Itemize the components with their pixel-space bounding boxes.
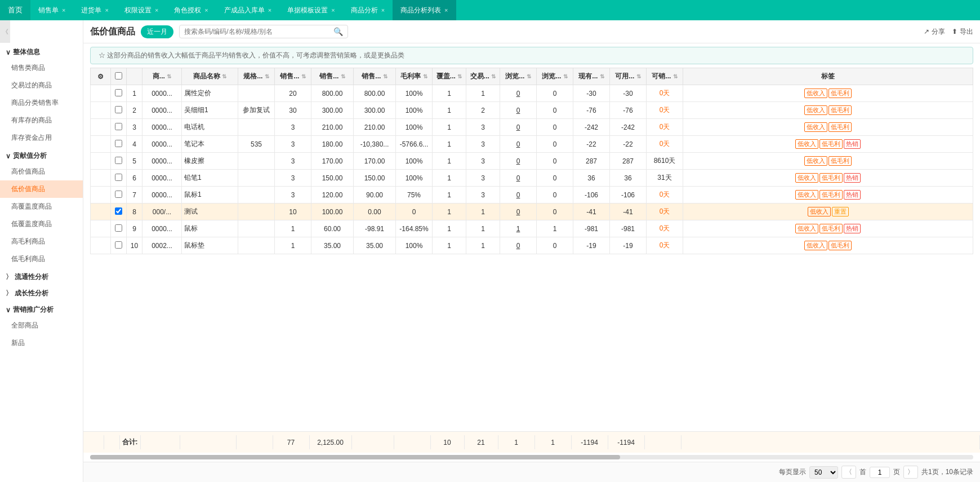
nav-template[interactable]: 单据模板设置 × <box>279 0 342 20</box>
search-icon[interactable]: 🔍 <box>333 27 343 36</box>
row-check-9[interactable] <box>111 237 127 254</box>
sidebar-item-low-margin[interactable]: 低毛利商品 <box>0 250 83 268</box>
sidebar-item-new-goods[interactable]: 新品 <box>0 334 83 352</box>
sidebar-collapse-btn[interactable]: 《 <box>0 20 10 43</box>
row-view1-2[interactable]: 0 <box>500 119 537 136</box>
horizontal-scrollbar[interactable] <box>90 455 973 459</box>
row-view1-0[interactable]: 0 <box>500 85 537 102</box>
row-view1-8[interactable]: 1 <box>500 220 537 237</box>
nav-product-analysis-list[interactable]: 商品分析列表 × <box>393 0 456 20</box>
sidebar-group-growth[interactable]: 〉 成长性分析 <box>0 284 83 300</box>
sidebar-item-sales-goods[interactable]: 销售类商品 <box>0 59 83 77</box>
sidebar-item-low-value[interactable]: 低价值商品 <box>0 180 83 198</box>
row-view1-link-0[interactable]: 0 <box>516 90 520 98</box>
row-view1-6[interactable]: 0 <box>500 187 537 204</box>
col-settings[interactable]: ⚙ <box>91 68 111 85</box>
row-view1-link-2[interactable]: 0 <box>516 123 520 131</box>
nav-purchase-close[interactable]: × <box>105 7 108 14</box>
nav-template-close[interactable]: × <box>331 7 335 14</box>
row-view1-3[interactable]: 0 <box>500 136 537 153</box>
sidebar-item-inventory-goods[interactable]: 有库存的商品 <box>0 112 83 129</box>
row-check-2[interactable] <box>111 119 127 136</box>
sidebar-item-category-rate[interactable]: 商品分类销售率 <box>0 94 83 112</box>
row-view1-5[interactable]: 0 <box>500 170 537 187</box>
sidebar-item-high-coverage[interactable]: 高覆盖度商品 <box>0 198 83 215</box>
row-check-0[interactable] <box>111 85 127 102</box>
data-table-container[interactable]: ⚙ 商... ⇅ 商品名称 ⇅ 规格... ⇅ 销售... ⇅ 销售... ⇅ … <box>83 68 980 431</box>
scrollbar-thumb[interactable] <box>90 455 620 459</box>
row-trade-7: 1 <box>466 204 500 220</box>
search-box[interactable]: 🔍 <box>179 25 348 38</box>
row-checkbox-2[interactable] <box>115 123 122 130</box>
row-code-2: 0000... <box>142 119 182 136</box>
row-checkbox-1[interactable] <box>115 106 122 113</box>
select-all-checkbox[interactable] <box>115 72 122 79</box>
search-input[interactable] <box>184 28 333 36</box>
row-checkbox-9[interactable] <box>115 241 122 249</box>
sidebar-item-high-value[interactable]: 高价值商品 <box>0 163 83 180</box>
row-checkbox-6[interactable] <box>115 191 122 198</box>
row-view1-link-6[interactable]: 0 <box>516 191 520 199</box>
row-view1-4[interactable]: 0 <box>500 153 537 170</box>
row-view1-link-3[interactable]: 0 <box>516 140 520 148</box>
row-checkbox-4[interactable] <box>115 157 122 164</box>
sidebar-item-low-coverage[interactable]: 低覆盖度商品 <box>0 215 83 233</box>
next-page-btn[interactable]: 〉 <box>903 466 918 479</box>
row-check-8[interactable] <box>111 220 127 237</box>
row-coverage-3: 1 <box>433 136 466 153</box>
row-view1-link-7[interactable]: 0 <box>516 208 520 216</box>
row-view1-9[interactable]: 0 <box>500 237 537 254</box>
nav-product-analysis-close[interactable]: × <box>381 7 385 14</box>
per-page-select[interactable]: 50 100 200 <box>809 466 838 479</box>
sidebar-item-traded-goods[interactable]: 交易过的商品 <box>0 77 83 94</box>
nav-sales-close[interactable]: × <box>62 7 65 14</box>
sidebar-item-all-goods[interactable]: 全部商品 <box>0 317 83 334</box>
row-spec-4 <box>238 153 275 170</box>
page-input[interactable] <box>870 467 890 478</box>
row-check-4[interactable] <box>111 153 127 170</box>
nav-finished-goods[interactable]: 产成品入库单 × <box>216 0 279 20</box>
row-view1-7[interactable]: 0 <box>500 204 537 220</box>
sidebar-item-high-margin[interactable]: 高毛利商品 <box>0 233 83 250</box>
row-current-7: -41 <box>573 204 610 220</box>
row-check-7[interactable] <box>111 204 127 220</box>
row-salable-1: 0天 <box>647 102 683 119</box>
nav-permissions-close[interactable]: × <box>155 7 158 14</box>
row-checkbox-0[interactable] <box>115 89 122 96</box>
row-checkbox-3[interactable] <box>115 140 122 147</box>
sidebar-group-contribution[interactable]: ∨ 贡献值分析 <box>0 147 83 163</box>
nav-product-analysis[interactable]: 商品分析 × <box>343 0 393 20</box>
row-check-3[interactable] <box>111 136 127 153</box>
row-settings-4 <box>91 153 111 170</box>
first-page-btn[interactable]: 〈 <box>841 466 856 479</box>
row-view1-link-5[interactable]: 0 <box>516 174 520 182</box>
sidebar-group-marketing[interactable]: ∨ 营销推广分析 <box>0 300 83 317</box>
row-view1-link-4[interactable]: 0 <box>516 157 520 165</box>
row-view1-link-1[interactable]: 0 <box>516 107 520 114</box>
nav-roles-close[interactable]: × <box>204 7 208 14</box>
row-check-1[interactable] <box>111 102 127 119</box>
row-check-5[interactable] <box>111 170 127 187</box>
share-button[interactable]: ↗ 分享 <box>924 27 945 37</box>
nav-finished-close[interactable]: × <box>268 7 271 14</box>
nav-product-list-close[interactable]: × <box>444 7 448 14</box>
row-view1-link-9[interactable]: 0 <box>516 242 520 250</box>
row-checkbox-5[interactable] <box>115 174 122 181</box>
row-tags-2: 低收入低毛利 <box>683 119 973 136</box>
row-view1-1[interactable]: 0 <box>500 102 537 119</box>
nav-sales[interactable]: 销售单 × <box>30 0 73 20</box>
export-button[interactable]: ⬆ 导出 <box>952 27 973 37</box>
nav-purchase[interactable]: 进货单 × <box>73 0 116 20</box>
nav-roles[interactable]: 角色授权 × <box>166 0 216 20</box>
row-check-6[interactable] <box>111 187 127 204</box>
nav-home[interactable]: 首页 <box>0 0 30 20</box>
row-view1-link-8[interactable]: 1 <box>516 225 520 233</box>
row-checkbox-8[interactable] <box>115 224 122 232</box>
sidebar-group-overall[interactable]: ∨ 整体信息 <box>0 43 83 59</box>
sidebar-group-flow[interactable]: 〉 流通性分析 <box>0 268 83 284</box>
period-button[interactable]: 近一月 <box>141 25 173 38</box>
col-check[interactable] <box>111 68 127 85</box>
sidebar-item-inventory-funds[interactable]: 库存资金占用 <box>0 129 83 147</box>
nav-permissions[interactable]: 权限设置 × <box>117 0 166 20</box>
row-checkbox-7[interactable] <box>115 207 122 215</box>
